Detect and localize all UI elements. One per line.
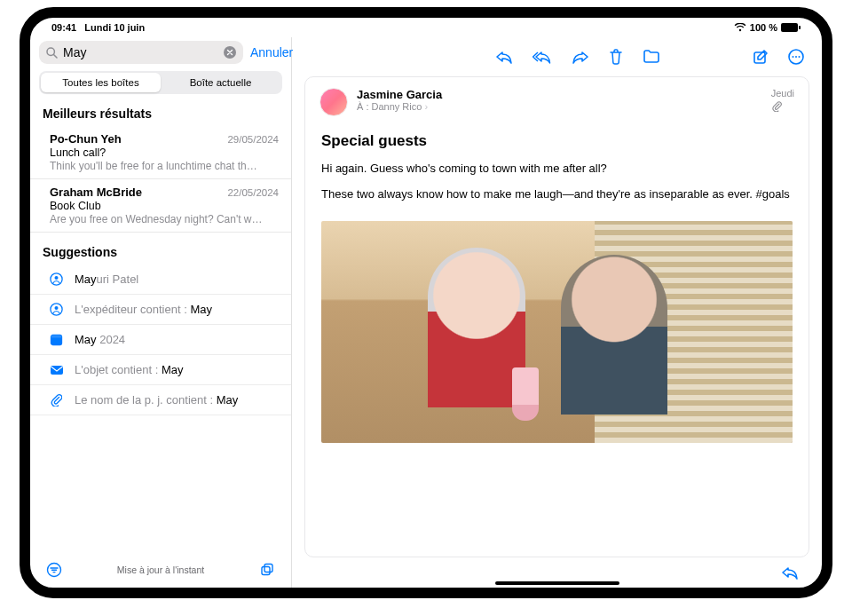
person-circle-icon <box>50 303 66 316</box>
reply-all-icon[interactable] <box>532 50 552 64</box>
mailbox-scope-segmented[interactable]: Toutes les boîtes Boîte actuelle <box>39 71 282 94</box>
home-indicator[interactable] <box>495 581 619 585</box>
sidebar-footer: Mise à jour à l'instant <box>30 552 291 588</box>
suggestion-item[interactable]: May 2024 <box>30 325 291 355</box>
section-title-best: Meilleurs résultats <box>30 103 291 126</box>
calendar-icon <box>50 333 66 346</box>
paperclip-icon <box>50 393 66 407</box>
sidebar: Annuler Toutes les boîtes Boîte actuelle… <box>30 37 292 588</box>
svg-line-3 <box>54 54 58 58</box>
svg-rect-1 <box>799 26 801 29</box>
search-input[interactable] <box>63 45 218 59</box>
suggestion-item[interactable]: Le nom de la p. j. contient : May <box>30 385 291 415</box>
suggestion-item[interactable]: L'expéditeur contient : May <box>30 295 291 325</box>
svg-rect-15 <box>754 52 765 63</box>
status-bar: 09:41 Lundi 10 juin 100 % <box>30 18 822 37</box>
suggestion-item[interactable]: Mayuri Patel <box>30 265 291 295</box>
result-date: 29/05/2024 <box>227 134 279 145</box>
sidebar-status-text: Mise à jour à l'instant <box>117 565 204 575</box>
result-date: 22/05/2024 <box>227 187 279 198</box>
battery-icon <box>781 23 801 32</box>
section-title-suggestions: Suggestions <box>30 233 291 265</box>
envelope-icon <box>50 365 66 375</box>
svg-point-19 <box>799 56 801 58</box>
svg-point-17 <box>793 56 794 58</box>
result-preview: Are you free on Wednesday night? Can't w… <box>50 213 279 225</box>
move-folder-icon[interactable] <box>643 50 660 64</box>
clear-search-icon[interactable] <box>224 46 236 59</box>
result-subject: Book Club <box>50 200 279 212</box>
message-toolbar <box>292 37 822 76</box>
person-circle-icon <box>50 272 66 286</box>
content-pane: ••• <box>292 37 822 588</box>
chevron-right-icon: › <box>424 101 428 112</box>
svg-rect-11 <box>51 366 63 375</box>
message-photo-attachment[interactable] <box>321 221 793 443</box>
message-card: Jasmine Garcia À : Danny Rico › Jeudi <box>304 76 809 557</box>
status-time: 09:41 <box>51 22 76 33</box>
attachment-icon <box>771 100 794 112</box>
search-icon <box>46 47 58 59</box>
cancel-search-button[interactable]: Annuler <box>250 45 293 59</box>
segment-current-box[interactable]: Boîte actuelle <box>161 73 280 92</box>
best-results-list: Po-Chun Yeh 29/05/2024 Lunch call? Think… <box>30 126 291 552</box>
result-sender: Po-Chun Yeh <box>50 132 122 146</box>
result-preview: Think you'll be free for a lunchtime cha… <box>50 160 279 172</box>
svg-rect-14 <box>264 565 272 573</box>
message-to[interactable]: À : Danny Rico › <box>357 101 762 112</box>
search-field[interactable] <box>39 41 243 64</box>
trash-icon[interactable] <box>609 49 623 65</box>
segment-all-boxes[interactable]: Toutes les boîtes <box>41 73 161 92</box>
svg-point-18 <box>795 56 797 58</box>
result-item[interactable]: Graham McBride 22/05/2024 Book Club Are … <box>30 179 291 233</box>
message-subject: Special guests <box>305 122 809 157</box>
compose-icon[interactable] <box>753 49 769 65</box>
svg-rect-0 <box>781 23 798 32</box>
result-sender: Graham McBride <box>50 186 142 199</box>
more-ellipsis-icon[interactable] <box>788 49 804 65</box>
status-date: Lundi 10 juin <box>84 22 145 33</box>
message-body: Hi again. Guess who's coming to town wit… <box>305 157 809 221</box>
sender-avatar[interactable] <box>320 88 348 116</box>
svg-point-8 <box>55 306 59 310</box>
svg-rect-13 <box>262 567 270 575</box>
suggestion-item[interactable]: L'objet contient : May <box>30 355 291 385</box>
filter-icon[interactable] <box>46 562 62 578</box>
suggestions-list: Mayuri Patel L'expéditeur contient : May… <box>30 265 291 415</box>
battery-percent: 100 % <box>750 22 777 33</box>
result-subject: Lunch call? <box>50 146 279 159</box>
wifi-icon <box>734 23 746 32</box>
svg-point-6 <box>55 276 59 280</box>
message-from[interactable]: Jasmine Garcia <box>357 88 762 101</box>
forward-icon[interactable] <box>572 50 589 64</box>
svg-rect-10 <box>51 336 62 338</box>
mailboxes-icon[interactable] <box>259 562 275 578</box>
quick-reply-icon[interactable] <box>781 565 799 580</box>
reply-icon[interactable] <box>495 50 513 64</box>
result-item[interactable]: Po-Chun Yeh 29/05/2024 Lunch call? Think… <box>30 126 291 179</box>
message-date: Jeudi <box>771 88 794 99</box>
